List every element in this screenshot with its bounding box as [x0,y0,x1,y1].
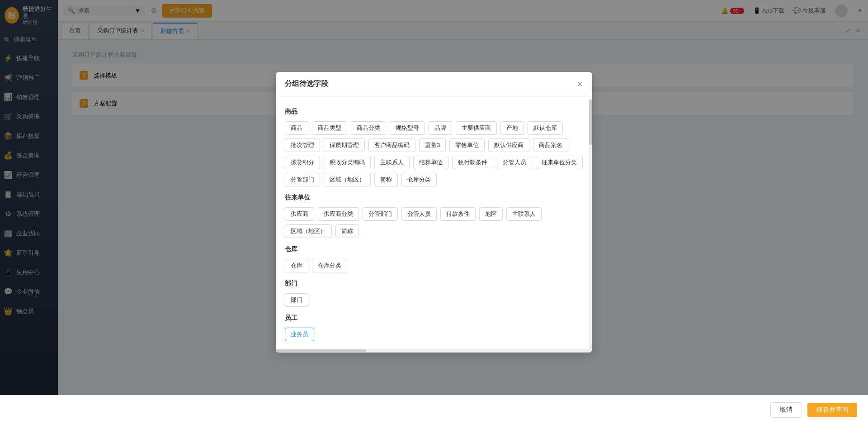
section-title-employee: 员工 [285,314,583,322]
field-tag[interactable]: 商品别名 [533,138,568,152]
field-tag[interactable]: 商品类型 [312,121,347,135]
field-tag[interactable]: 主联系人 [374,156,410,169]
section-title-partner: 往来单位 [285,194,583,202]
field-tag[interactable]: 分管人员 [497,156,532,169]
scroll-thumb-y[interactable] [589,100,592,145]
scroll-track-y[interactable] [589,99,592,349]
scroll-track-x[interactable] [276,349,592,353]
field-tag[interactable]: 区域（地区） [324,173,371,186]
scroll-thumb-x[interactable] [276,349,366,352]
field-tag[interactable]: 产地 [500,121,524,135]
field-tag[interactable]: 重量3 [419,138,446,152]
modal-footer: 取消 保存并查询 [0,395,868,424]
field-tag[interactable]: 地区 [479,207,503,221]
field-tag[interactable]: 收付款条件 [452,156,493,169]
field-tag[interactable]: 拣货积分 [285,156,320,169]
field-tag[interactable]: 业务员 [285,328,314,341]
cancel-button[interactable]: 取消 [770,402,802,418]
field-tag[interactable]: 分管人员 [401,207,437,221]
field-tag[interactable]: 供应商 [285,207,314,221]
field-tag[interactable]: 批次管理 [285,138,320,152]
field-tag[interactable]: 默认供应商 [488,138,529,152]
field-tag[interactable]: 默认仓库 [528,121,563,135]
field-tag[interactable]: 付款条件 [440,207,476,221]
field-tag[interactable]: 仓库分类 [401,173,437,186]
field-tag[interactable]: 客户商品编码 [368,138,415,152]
field-tag[interactable]: 往来单位分类 [536,156,583,169]
field-tag[interactable]: 分管部门 [363,207,398,221]
product-fields: 商品 商品类型 商品分类 规格型号 品牌 主要供应商 产地 默认仓库 批次管理 … [285,121,583,186]
modal-title: 分组待选字段 [285,79,328,89]
field-tag[interactable]: 零售单位 [449,138,485,152]
field-tag[interactable]: 商品分类 [351,121,386,135]
field-tag[interactable]: 部门 [285,293,308,307]
modal-close-icon[interactable]: ✕ [576,79,583,89]
field-tag[interactable]: 分管部门 [285,173,320,186]
modal: 分组待选字段 ✕ 商品 商品 商品类型 商品分类 规格型号 品牌 主要供应商 产… [276,72,592,353]
field-tag[interactable]: 保质期管理 [324,138,365,152]
field-tag[interactable]: 仓库 [285,259,308,272]
warehouse-fields: 仓库 仓库分类 [285,259,583,272]
modal-header: 分组待选字段 ✕ [276,72,592,97]
field-tag[interactable]: 主要供应商 [456,121,497,135]
section-title-warehouse: 仓库 [285,245,583,253]
modal-body: 商品 商品 商品类型 商品分类 规格型号 品牌 主要供应商 产地 默认仓库 批次… [276,97,592,353]
partner-fields: 供应商 供应商分类 分管部门 分管人员 付款条件 地区 主联系人 区域（地区） … [285,207,583,238]
section-title-product: 商品 [285,108,583,116]
department-fields: 部门 [285,293,583,307]
field-tag[interactable]: 规格型号 [390,121,425,135]
section-title-department: 部门 [285,280,583,288]
field-tag[interactable]: 商品 [285,121,308,135]
employee-fields: 业务员 [285,328,583,341]
field-tag[interactable]: 仓库分类 [312,259,347,272]
field-tag[interactable]: 品牌 [429,121,452,135]
field-tag[interactable]: 区域（地区） [285,224,332,238]
confirm-button[interactable]: 保存并查询 [807,403,857,417]
field-tag[interactable]: 简称 [374,173,398,186]
field-tag[interactable]: 结算单位 [413,156,448,169]
field-tag[interactable]: 主联系人 [506,207,542,221]
field-tag[interactable]: 简称 [335,224,359,238]
field-tag[interactable]: 税收分类编码 [324,156,371,169]
field-tag[interactable]: 供应商分类 [318,207,359,221]
